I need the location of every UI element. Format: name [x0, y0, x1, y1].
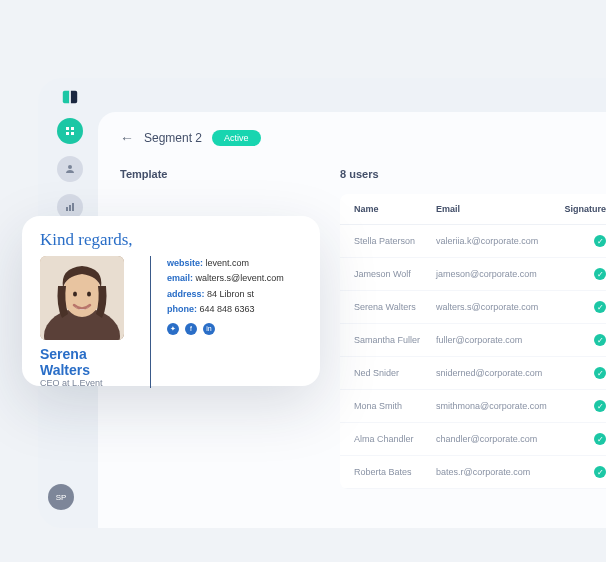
- template-heading: Template: [120, 168, 300, 180]
- cell-name: Samantha Fuller: [354, 335, 436, 345]
- svg-point-9: [87, 292, 91, 297]
- twitter-icon[interactable]: ✦: [167, 323, 179, 335]
- table-row[interactable]: Mona Smithsmithmona@corporate.com✓: [340, 390, 606, 423]
- linkedin-icon[interactable]: in: [203, 323, 215, 335]
- cell-email: smithmona@corporate.com: [436, 401, 566, 411]
- facebook-icon[interactable]: f: [185, 323, 197, 335]
- cell-name: Ned Snider: [354, 368, 436, 378]
- label-website: website:: [167, 258, 203, 268]
- cell-name: Mona Smith: [354, 401, 436, 411]
- user-avatar-small[interactable]: SP: [48, 484, 74, 510]
- check-icon: ✓: [594, 334, 606, 346]
- cell-email: bates.r@corporate.com: [436, 467, 566, 477]
- check-icon: ✓: [594, 268, 606, 280]
- cell-name: Stella Paterson: [354, 236, 436, 246]
- svg-rect-2: [69, 205, 71, 211]
- table-row[interactable]: Alma Chandlerchandler@corporate.com✓: [340, 423, 606, 456]
- card-contact-info: website: levent.com email: walters.s@lev…: [167, 256, 284, 388]
- label-address: address:: [167, 289, 205, 299]
- check-icon: ✓: [594, 367, 606, 379]
- label-email: email:: [167, 273, 193, 283]
- card-title: CEO at L.Event: [40, 378, 134, 388]
- svg-point-8: [73, 292, 77, 297]
- segment-title: Segment 2: [144, 131, 202, 145]
- cell-email: jameson@corporate.com: [436, 269, 566, 279]
- check-icon: ✓: [594, 301, 606, 313]
- users-heading: 8 users: [340, 168, 606, 180]
- users-table: Name Email Signature Stella Patersonvale…: [340, 194, 606, 489]
- nav-segments[interactable]: [57, 118, 83, 144]
- social-icons: ✦ f in: [167, 323, 284, 335]
- nav-users[interactable]: [57, 156, 83, 182]
- card-avatar: [40, 256, 124, 340]
- value-email: walters.s@levent.com: [196, 273, 284, 283]
- table-row[interactable]: Ned Snidersniderned@corporate.com✓: [340, 357, 606, 390]
- table-row[interactable]: Roberta Batesbates.r@corporate.com✓: [340, 456, 606, 489]
- col-signature: Signature: [564, 204, 606, 214]
- table-row[interactable]: Samantha Fullerfuller@corporate.com✓: [340, 324, 606, 357]
- cell-email: walters.s@corporate.com: [436, 302, 566, 312]
- cell-email: chandler@corporate.com: [436, 434, 566, 444]
- table-row[interactable]: Stella Patersonvaleriia.k@corporate.com✓: [340, 225, 606, 258]
- label-phone: phone:: [167, 304, 197, 314]
- status-badge: Active: [212, 130, 261, 146]
- value-phone: 644 848 6363: [200, 304, 255, 314]
- card-divider: [150, 256, 151, 388]
- value-website: levent.com: [206, 258, 250, 268]
- breadcrumb: ← Segment 2 Active: [120, 130, 606, 146]
- svg-rect-1: [66, 207, 68, 211]
- card-name: Serena Walters: [40, 346, 134, 378]
- table-header: Name Email Signature: [340, 194, 606, 225]
- table-row[interactable]: Jameson Wolfjameson@corporate.com✓: [340, 258, 606, 291]
- back-arrow-icon[interactable]: ←: [120, 130, 134, 146]
- value-address: 84 Libron st: [207, 289, 254, 299]
- check-icon: ✓: [594, 466, 606, 478]
- svg-point-0: [68, 165, 72, 169]
- cell-name: Roberta Bates: [354, 467, 436, 477]
- col-name: Name: [354, 204, 436, 214]
- check-icon: ✓: [594, 433, 606, 445]
- cell-email: valeriia.k@corporate.com: [436, 236, 566, 246]
- cell-name: Alma Chandler: [354, 434, 436, 444]
- signature-card: Kind regards, Serena Walters CEO at L.: [22, 216, 320, 386]
- cell-name: Serena Walters: [354, 302, 436, 312]
- svg-rect-3: [72, 203, 74, 211]
- brand-logo: [61, 88, 79, 106]
- col-email: Email: [436, 204, 564, 214]
- cell-name: Jameson Wolf: [354, 269, 436, 279]
- table-row[interactable]: Serena Walterswalters.s@corporate.com✓: [340, 291, 606, 324]
- cell-email: fuller@corporate.com: [436, 335, 566, 345]
- check-icon: ✓: [594, 235, 606, 247]
- check-icon: ✓: [594, 400, 606, 412]
- card-greeting: Kind regards,: [40, 230, 302, 250]
- cell-email: sniderned@corporate.com: [436, 368, 566, 378]
